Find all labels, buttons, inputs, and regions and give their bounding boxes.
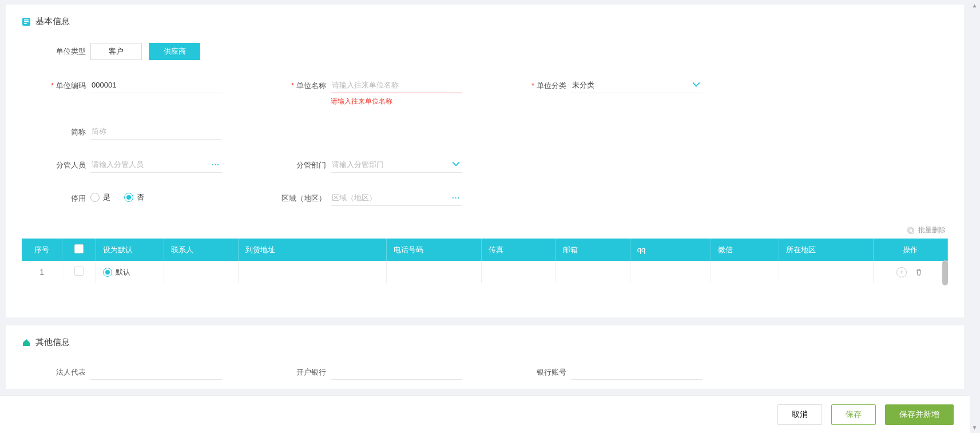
th-index: 序号: [22, 239, 62, 261]
copy-icon: [907, 227, 915, 235]
svg-rect-3: [24, 23, 27, 24]
manager-dept-label: 分管部门: [262, 157, 331, 170]
short-name-label: 简称: [22, 124, 90, 137]
cell-email[interactable]: [556, 261, 630, 283]
disabled-radio-group: 是 否: [90, 190, 222, 202]
th-email: 邮箱: [556, 239, 630, 261]
legal-rep-input[interactable]: [90, 364, 222, 380]
region-input[interactable]: [331, 190, 462, 206]
basic-info-card: 基本信息 单位类型 客户 供应商 *单位编码: [6, 5, 964, 317]
th-address: 到货地址: [238, 239, 387, 261]
scroll-up-icon[interactable]: ▲: [970, 1, 979, 10]
unit-type-supplier[interactable]: 供应商: [149, 43, 200, 60]
ellipsis-icon[interactable]: ···: [211, 159, 221, 169]
disabled-no[interactable]: 否: [124, 192, 144, 202]
unit-type-label: 单位类型: [22, 43, 90, 57]
disabled-yes[interactable]: 是: [90, 192, 110, 202]
svg-rect-2: [24, 21, 29, 22]
chevron-down-icon[interactable]: [451, 159, 461, 169]
outer-scrollbar[interactable]: [970, 10, 979, 423]
cell-qq[interactable]: [630, 261, 711, 283]
add-row-icon[interactable]: +: [896, 267, 907, 277]
bank-input[interactable]: [331, 364, 462, 380]
unit-type-customer[interactable]: 客户: [90, 43, 142, 60]
th-checkbox: [62, 239, 96, 261]
set-default-radio[interactable]: 默认: [103, 267, 130, 277]
other-info-header: 其他信息: [22, 337, 948, 348]
unit-type-toggle: 客户 供应商: [90, 43, 200, 60]
basic-info-header: 基本信息: [22, 16, 948, 27]
cell-region[interactable]: [779, 261, 873, 283]
house-icon: [22, 338, 31, 347]
th-phone: 电话号码: [387, 239, 481, 261]
short-name-input[interactable]: [90, 124, 222, 140]
batch-delete[interactable]: 批量删除: [22, 225, 946, 235]
ellipsis-icon[interactable]: ···: [451, 192, 461, 202]
cell-address[interactable]: [238, 261, 387, 283]
th-wechat: 微信: [711, 239, 779, 261]
contacts-table: 序号 设为默认 联系人 到货地址 电话号码 传真 邮箱 qq 微信 所在地区 操…: [22, 239, 948, 283]
svg-rect-4: [908, 228, 912, 232]
th-actions: 操作: [873, 239, 947, 261]
cell-phone[interactable]: [387, 261, 481, 283]
th-region: 所在地区: [779, 239, 873, 261]
bank-label: 开户银行: [262, 364, 331, 378]
delete-row-icon[interactable]: [914, 267, 924, 277]
th-qq: qq: [630, 239, 711, 261]
manager-person-input[interactable]: [90, 157, 222, 173]
unit-name-error: 请输入往来单位名称: [331, 97, 462, 106]
footer-bar: 取消 保存 保存并新增: [0, 395, 970, 433]
main-scroll[interactable]: 基本信息 单位类型 客户 供应商 *单位编码: [0, 0, 970, 389]
table-row: 1 默认: [22, 261, 948, 283]
basic-info-title: 基本信息: [35, 16, 70, 27]
other-info-card: 其他信息 法人代表 开户银行 银行账号 社会信用代码: [6, 325, 964, 389]
cancel-button[interactable]: 取消: [777, 404, 822, 425]
table-header-row: 序号 设为默认 联系人 到货地址 电话号码 传真 邮箱 qq 微信 所在地区 操…: [22, 239, 948, 261]
table-scrollbar[interactable]: [942, 260, 948, 285]
save-button[interactable]: 保存: [831, 404, 876, 425]
cell-contact[interactable]: [164, 261, 238, 283]
th-default: 设为默认: [96, 239, 164, 261]
unit-code-input[interactable]: [90, 77, 222, 93]
th-contact: 联系人: [164, 239, 238, 261]
svg-rect-5: [909, 229, 914, 233]
region-label: 区域（地区）: [262, 190, 331, 204]
other-info-title: 其他信息: [35, 337, 70, 348]
th-fax: 传真: [481, 239, 556, 261]
unit-category-select[interactable]: [571, 77, 703, 93]
cell-fax[interactable]: [481, 261, 556, 283]
manager-person-label: 分管人员: [22, 157, 90, 170]
row-checkbox[interactable]: [74, 267, 84, 276]
form-icon: [22, 17, 31, 26]
unit-category-label: *单位分类: [502, 77, 571, 91]
bank-account-input[interactable]: [571, 364, 703, 380]
save-and-new-button[interactable]: 保存并新增: [885, 404, 954, 425]
svg-rect-1: [24, 19, 29, 21]
unit-name-input[interactable]: [331, 77, 462, 93]
unit-name-label: *单位名称: [262, 77, 331, 91]
legal-rep-label: 法人代表: [22, 364, 90, 378]
header-checkbox[interactable]: [74, 244, 84, 253]
cell-index: 1: [22, 261, 62, 283]
manager-dept-input[interactable]: [331, 157, 462, 173]
scroll-down-icon[interactable]: ▼: [970, 423, 979, 432]
disabled-label: 停用: [22, 190, 90, 204]
bank-account-label: 银行账号: [502, 364, 571, 378]
unit-code-label: *单位编码: [22, 77, 90, 91]
cell-wechat[interactable]: [711, 261, 779, 283]
chevron-down-icon[interactable]: [691, 80, 701, 90]
